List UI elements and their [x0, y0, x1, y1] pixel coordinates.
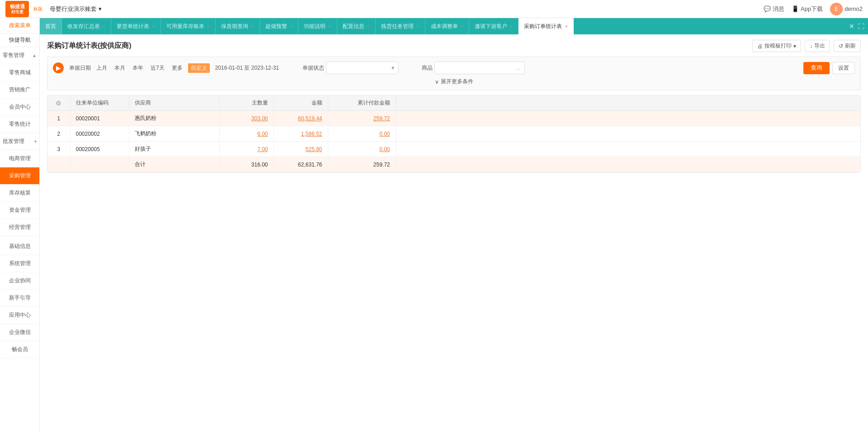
summary-label: 合计: [129, 157, 219, 172]
td-paid: 0.00: [328, 126, 396, 142]
tab-config[interactable]: 配置信息 ×: [337, 18, 376, 34]
org-selector[interactable]: 母婴行业演示账套 ▾: [46, 5, 105, 13]
sidebar-item-retail[interactable]: 零售管理 ▲: [0, 47, 39, 64]
sidebar-item-ecommerce[interactable]: 电商管理: [0, 150, 39, 167]
maximize-button[interactable]: ⛶: [858, 23, 864, 30]
close-tab-invite[interactable]: ×: [510, 24, 513, 29]
sidebar-item-retail-stats[interactable]: 零售统计: [0, 116, 39, 133]
tab-invite[interactable]: 邀请下游客户 ×: [469, 18, 519, 34]
close-tab-cost-adj[interactable]: ×: [461, 24, 463, 29]
goods-filter-label: 商品: [422, 64, 433, 72]
th-settings[interactable]: ⚙: [47, 95, 70, 111]
user-menu[interactable]: E demo2: [830, 3, 863, 15]
sidebar-item-basic-info[interactable]: 基础信息: [0, 238, 39, 255]
summary-row: 合计 316.00 62,631.76 259.72: [47, 157, 860, 172]
close-tab-picking[interactable]: ×: [416, 24, 419, 29]
td-paid: 0.00: [328, 142, 396, 157]
chevron-down-icon: ▾: [392, 65, 394, 71]
date-custom-badge[interactable]: 自定义: [188, 63, 210, 73]
sidebar-search[interactable]: 搜索菜单: [0, 18, 39, 33]
sidebar-item-ops[interactable]: 经营管理: [0, 219, 39, 236]
tab-cost-adj[interactable]: 成本调整单 ×: [425, 18, 469, 34]
settings-button[interactable]: 设置: [832, 62, 855, 74]
sidebar-item-inventory-check[interactable]: 库存核算: [0, 185, 39, 202]
topbar: 畅捷通 好生意 标版 母婴行业演示账套 ▾ 💬 消息 📱 App下载 E dem…: [0, 0, 868, 18]
summary-qty: 316.00: [219, 157, 274, 172]
filter-toggle-button[interactable]: ▶: [53, 62, 64, 73]
sidebar-item-wechat[interactable]: 企业微信: [0, 324, 39, 341]
table-row[interactable]: 2 00020002 飞鹤奶粉 6.00 1,586.52 0.00: [47, 126, 860, 142]
main-layout: 搜索菜单 快捷导航 零售管理 ▲ 零售商城 营销推广 会员中心 零售统计 批发管…: [0, 18, 868, 433]
tab-order-stat[interactable]: 要货单统计表 ×: [111, 18, 160, 34]
close-tab-overstock[interactable]: ×: [290, 24, 292, 29]
date-this-year[interactable]: 本年: [130, 63, 146, 73]
topbar-left: 畅捷通 好生意 标版 母婴行业演示账套 ▾: [5, 1, 105, 17]
expand-conditions-button[interactable]: ∨ 展开更多条件: [435, 78, 473, 86]
sidebar-item-system[interactable]: 系统管理: [0, 255, 39, 272]
goods-input[interactable]: …: [434, 62, 525, 74]
tab-end-actions: ✕ ⛶: [845, 23, 868, 30]
sidebar-shortcut[interactable]: 快捷导航: [0, 33, 39, 47]
tab-home[interactable]: 首页: [40, 18, 62, 34]
sidebar-item-enterprise[interactable]: 企业协同: [0, 272, 39, 290]
close-all-tabs-button[interactable]: ✕: [849, 23, 854, 30]
tab-inventory-book[interactable]: 可用量库存账本 ×: [161, 18, 216, 34]
sidebar-item-purchase[interactable]: 采购管理: [0, 167, 39, 185]
tab-collect[interactable]: 收发存汇总表 ×: [62, 18, 111, 34]
date-last-7days[interactable]: 近7天: [148, 63, 167, 73]
tab-overstock[interactable]: 超储预警 ×: [260, 18, 298, 34]
sidebar-item-member[interactable]: 畅会员: [0, 341, 39, 358]
td-extra: [396, 111, 860, 126]
template-print-button[interactable]: 🖨 按模板打印 ▾: [752, 40, 801, 52]
chevron-down-icon: ▾: [793, 43, 796, 49]
export-icon: ↓: [810, 43, 812, 49]
td-no: 1: [47, 111, 70, 126]
close-tab-instructions[interactable]: ×: [328, 24, 331, 29]
close-tab-purchase-stat[interactable]: ×: [565, 24, 567, 29]
sidebar-item-marketing[interactable]: 营销推广: [0, 81, 39, 99]
sidebar-item-wholesale[interactable]: 批发管理 ▾: [0, 133, 39, 150]
close-tab-order-stat[interactable]: ×: [152, 24, 155, 29]
message-button[interactable]: 💬 消息: [764, 5, 784, 13]
td-code: 00020005: [70, 142, 129, 157]
close-tab-collect[interactable]: ×: [103, 24, 105, 29]
tab-picking[interactable]: 拣货任务管理 ×: [376, 18, 425, 34]
summary-extra: [396, 157, 860, 172]
tab-purchase-stat[interactable]: 采购订单统计表 ×: [519, 18, 573, 34]
table-row[interactable]: 1 00020001 惠氏奶粉 303.00 60,519.44 259.72: [47, 111, 860, 126]
date-last-month[interactable]: 上月: [94, 63, 110, 73]
tab-instructions[interactable]: 功能说明 ×: [298, 18, 337, 34]
export-button[interactable]: ↓ 导出: [805, 40, 830, 52]
th-extra: [396, 95, 860, 111]
app-download-button[interactable]: 📱 App下载: [792, 5, 823, 13]
date-filter-group: 单据日期 上月 本月 本年 近7天 更多 自定义: [69, 63, 210, 73]
close-tab-expiry[interactable]: ×: [251, 24, 254, 29]
close-tab-config[interactable]: ×: [367, 24, 370, 29]
sidebar-item-members[interactable]: 会员中心: [0, 99, 39, 116]
goods-filter-group: 商品 …: [422, 62, 525, 74]
td-amount: 1,586.52: [274, 126, 328, 142]
sidebar-item-retail-mall[interactable]: 零售商城: [0, 64, 39, 81]
filter-row: ▶ 单据日期 上月 本月 本年 近7天 更多 自定义 2016-01-: [53, 62, 855, 74]
summary-empty-no: [47, 157, 70, 172]
query-button[interactable]: 查询: [803, 62, 830, 74]
status-select[interactable]: ▾: [326, 62, 398, 74]
refresh-button[interactable]: ↺ 刷新: [834, 40, 861, 52]
printer-icon: 🖨: [757, 43, 763, 49]
td-extra: [396, 142, 860, 157]
close-tab-inventory-book[interactable]: ×: [207, 24, 210, 29]
date-shortcuts: 上月 本月 本年 近7天 更多: [94, 63, 185, 73]
sidebar-item-newbie[interactable]: 新手引导: [0, 290, 39, 307]
filter-area: ▶ 单据日期 上月 本月 本年 近7天 更多 自定义 2016-01-: [47, 57, 861, 90]
date-this-month[interactable]: 本月: [112, 63, 128, 73]
sidebar-item-finance[interactable]: 资金管理: [0, 202, 39, 219]
column-settings-icon[interactable]: ⚙: [56, 100, 61, 107]
query-action-group: 查询 设置: [803, 62, 855, 74]
table-row[interactable]: 3 00020005 好孩子 7.00 525.80 0.00: [47, 142, 860, 157]
td-amount: 525.80: [274, 142, 328, 157]
tab-expiry[interactable]: 保质期查询 ×: [216, 18, 259, 34]
app-tagline: 标版: [33, 6, 42, 12]
date-more[interactable]: 更多: [169, 63, 185, 73]
sidebar-item-appcenter[interactable]: 应用中心: [0, 307, 39, 324]
status-filter-group: 单据状态 ▾: [302, 62, 398, 74]
